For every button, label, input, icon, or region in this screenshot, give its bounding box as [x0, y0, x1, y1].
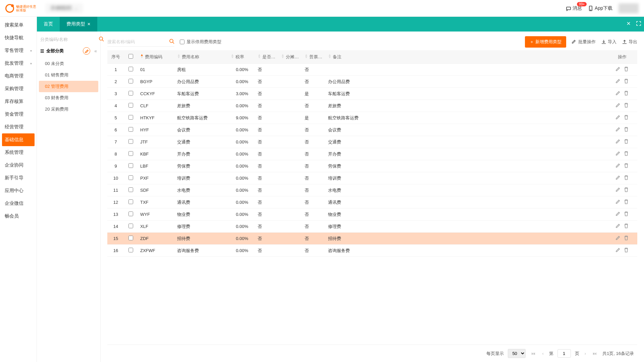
sidenav-item[interactable]: 搜索菜单: [0, 19, 37, 32]
row-checkbox[interactable]: [128, 127, 133, 132]
tab[interactable]: 首页: [37, 17, 60, 32]
table-row[interactable]: 3CCKYF车船客运费3.00%否是车船客运费: [107, 88, 637, 100]
delete-icon[interactable]: [624, 104, 629, 109]
delete-icon[interactable]: [624, 116, 629, 121]
row-checkbox[interactable]: [128, 103, 133, 108]
table-row[interactable]: 15ZDF招待费0.00%否否招待费: [107, 233, 637, 245]
row-checkbox[interactable]: [128, 236, 133, 240]
import-button[interactable]: 导入: [601, 39, 616, 45]
table-row[interactable]: 14XLF修理费0.00%否否修理费: [107, 221, 637, 233]
row-checkbox[interactable]: [128, 151, 133, 156]
table-row[interactable]: 10PXF培训费0.00%否否培训费: [107, 172, 637, 184]
search-icon[interactable]: [169, 39, 174, 45]
delete-icon[interactable]: [624, 188, 629, 193]
table-search-input[interactable]: [107, 37, 169, 46]
category-item[interactable]: 02 管理费用: [39, 81, 98, 92]
per-page-select[interactable]: 50: [508, 349, 526, 358]
sidenav-item[interactable]: 畅会员: [0, 210, 37, 223]
edit-icon[interactable]: [615, 188, 621, 193]
edit-icon[interactable]: [615, 116, 621, 121]
category-root[interactable]: ☰ 全部分类 «: [37, 44, 100, 58]
sidenav-item[interactable]: 批发管理▾: [0, 57, 37, 70]
show-disabled-input[interactable]: [180, 40, 184, 44]
delete-icon[interactable]: [624, 225, 629, 230]
category-item[interactable]: 01 销售费用: [37, 69, 100, 81]
sidenav-item[interactable]: 快捷导航: [0, 32, 37, 44]
sidenav-item[interactable]: 资金管理: [0, 108, 37, 121]
edit-icon[interactable]: [615, 200, 621, 205]
table-row[interactable]: 7JTF交通费0.00%否否交通费: [107, 136, 637, 148]
row-checkbox[interactable]: [128, 163, 133, 168]
delete-icon[interactable]: [624, 213, 629, 218]
table-row[interactable]: 8KBF开办费0.00%否否开办费: [107, 148, 637, 160]
app-download-button[interactable]: App下载: [588, 5, 612, 11]
edit-icon[interactable]: [615, 68, 621, 73]
sidenav-item[interactable]: 系统管理: [0, 146, 37, 159]
row-checkbox[interactable]: [128, 139, 133, 144]
sidenav-item[interactable]: 库存核算: [0, 95, 37, 108]
col-ticket[interactable]: ▲▼普票…: [302, 50, 325, 64]
close-icon[interactable]: ✕: [87, 22, 91, 26]
show-disabled-checkbox[interactable]: 显示停用费用类型: [180, 39, 221, 45]
sidenav-item[interactable]: 零售管理▾: [0, 44, 37, 57]
pager-prev-icon[interactable]: ‹: [541, 351, 545, 356]
row-checkbox[interactable]: [128, 248, 133, 252]
row-checkbox[interactable]: [128, 79, 133, 83]
delete-icon[interactable]: [624, 128, 629, 133]
edit-icon[interactable]: [615, 92, 621, 97]
pager-next-icon[interactable]: ›: [583, 351, 587, 356]
select-all-checkbox[interactable]: [128, 54, 133, 59]
row-checkbox[interactable]: [128, 187, 133, 192]
sidenav-item[interactable]: 企业微信: [0, 197, 37, 210]
category-edit-button[interactable]: [83, 47, 90, 55]
tabbar-expand-icon[interactable]: [636, 21, 641, 27]
col-seq[interactable]: 序号: [107, 50, 124, 64]
col-code[interactable]: ▲▼费用编码: [138, 50, 174, 64]
page-input[interactable]: [557, 349, 571, 358]
row-checkbox[interactable]: [128, 67, 133, 71]
edit-icon[interactable]: [615, 164, 621, 169]
edit-icon[interactable]: [615, 140, 621, 145]
col-alloc[interactable]: ▲▼分摊…: [278, 50, 302, 64]
sidenav-item[interactable]: 企业协同: [0, 159, 37, 172]
edit-icon[interactable]: [615, 128, 621, 133]
delete-icon[interactable]: [624, 237, 629, 242]
collapse-icon[interactable]: «: [94, 48, 97, 54]
sidenav-item[interactable]: 经营管理: [0, 121, 37, 133]
row-checkbox[interactable]: [128, 175, 133, 180]
sidenav-item[interactable]: 采购管理: [0, 82, 37, 95]
row-checkbox[interactable]: [128, 91, 133, 96]
delete-icon[interactable]: [624, 152, 629, 157]
table-row[interactable]: 12TXF通讯费0.00%否否通讯费: [107, 196, 637, 208]
tab[interactable]: 费用类型✕: [60, 17, 97, 32]
table-row[interactable]: 9LBF劳保费0.00%否否劳保费: [107, 160, 637, 172]
delete-icon[interactable]: [624, 176, 629, 181]
avatar[interactable]: [619, 3, 639, 13]
new-fee-type-button[interactable]: ＋ 新增费用类型: [525, 36, 566, 48]
table-row[interactable]: 16ZXFWF咨询服务费0.00%否否咨询服务费: [107, 245, 637, 257]
delete-icon[interactable]: [624, 92, 629, 97]
table-row[interactable]: 11SDF水电费0.00%否否水电费: [107, 184, 637, 196]
delete-icon[interactable]: [624, 80, 629, 85]
table-row[interactable]: 13WYF物业费0.00%否否物业费: [107, 208, 637, 221]
delete-icon[interactable]: [624, 164, 629, 169]
sidenav-item[interactable]: 电商管理: [0, 70, 37, 82]
sidenav-item[interactable]: 应用中心: [0, 184, 37, 197]
col-rate[interactable]: ▲▼税率: [228, 50, 255, 64]
edit-icon[interactable]: [615, 80, 621, 85]
category-item[interactable]: 03 财务费用: [37, 92, 100, 104]
table-row[interactable]: 5HTKYF航空铁路客运费9.00%否是航空铁路客运费: [107, 112, 637, 124]
edit-icon[interactable]: [615, 237, 621, 242]
edit-icon[interactable]: [615, 225, 621, 230]
delete-icon[interactable]: [624, 200, 629, 205]
sidenav-item[interactable]: 新手引导: [0, 172, 37, 184]
category-item[interactable]: 00 未分类: [37, 58, 100, 69]
row-checkbox[interactable]: [128, 199, 133, 204]
sidenav-item[interactable]: 基础信息: [2, 133, 35, 146]
category-item[interactable]: 20 采购费用: [37, 104, 100, 115]
category-search-input[interactable]: [40, 35, 97, 44]
org-switcher[interactable]: 示例组织 ⌄: [46, 3, 83, 13]
pager-last-icon[interactable]: ⏭: [591, 351, 598, 356]
pager-first-icon[interactable]: ⏮: [530, 351, 537, 356]
edit-icon[interactable]: [615, 176, 621, 181]
